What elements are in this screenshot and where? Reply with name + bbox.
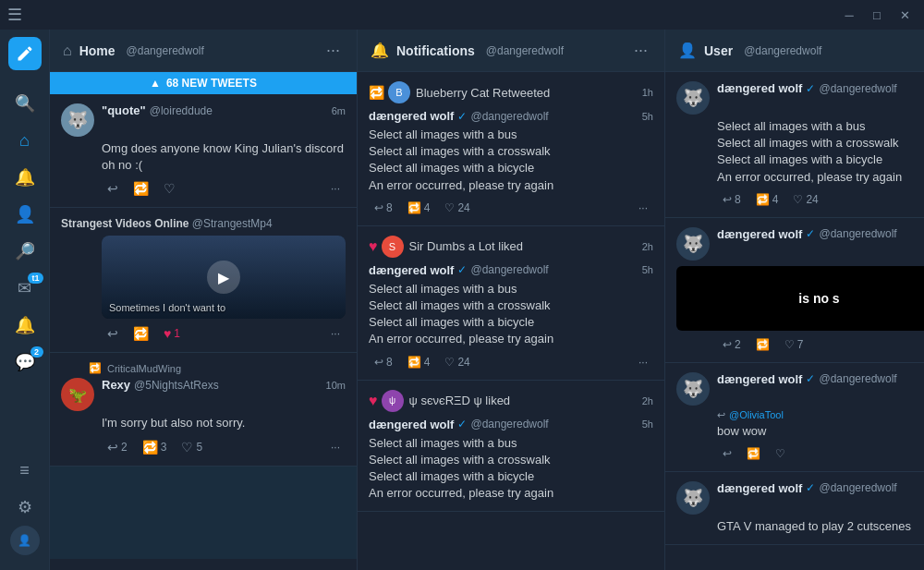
like-count: 24 bbox=[457, 201, 469, 214]
sidebar-avatar[interactable]: 👤 bbox=[10, 526, 40, 555]
minimize-button[interactable]: ─ bbox=[837, 5, 861, 25]
main-layout: 🔍 ⌂ 🔔 👤 🔎 ✉ t1 🔔 💬 2 ≡ ⚙ bbox=[0, 30, 924, 570]
reply-button[interactable]: ↩ 2 bbox=[102, 438, 133, 456]
notifications-header-icon: 🔔 bbox=[371, 42, 389, 59]
retweet-button[interactable]: 🔁 4 bbox=[750, 191, 784, 208]
reply-button[interactable]: ↩ 8 bbox=[369, 354, 398, 370]
more-button[interactable]: ··· bbox=[633, 200, 653, 216]
tweet-actions: ↩ 🔁 ♡ ··· bbox=[102, 179, 346, 198]
more-button[interactable]: ··· bbox=[325, 325, 346, 342]
reply-icon: ↩ bbox=[374, 356, 383, 369]
more-button[interactable]: ··· bbox=[633, 354, 653, 370]
notifications-column-more[interactable]: ··· bbox=[630, 39, 651, 62]
verified-icon: ✓ bbox=[457, 110, 467, 123]
sidebar-item-home[interactable]: ⌂ bbox=[5, 123, 45, 158]
reply-button[interactable]: ↩ 8 bbox=[717, 191, 747, 208]
sidebar-item-lists[interactable]: ≡ bbox=[5, 453, 45, 488]
tweet-author-name: "quote" bbox=[102, 103, 146, 117]
sidebar-item-settings[interactable]: ⚙ bbox=[5, 490, 45, 525]
sidebar-item-search[interactable]: 🔍 bbox=[5, 86, 45, 121]
alert-icon: 🔔 bbox=[15, 315, 35, 335]
retweet-button[interactable]: 🔁 3 bbox=[137, 438, 173, 456]
user-tweet-card[interactable]: 🐺 dængered wolf ✓ @dangeredwolf 1d bbox=[665, 363, 924, 472]
sidebar-item-search2[interactable]: 🔎 bbox=[5, 234, 45, 269]
home-column-more[interactable]: ··· bbox=[322, 39, 344, 62]
tweet-media[interactable]: ▶ Sometimes I don't want to bbox=[102, 236, 346, 319]
reply-button[interactable]: ↩ 2 bbox=[717, 336, 747, 353]
like-button[interactable]: ♡ 24 bbox=[439, 200, 475, 216]
tweet-author-name: dængered wolf bbox=[717, 227, 802, 241]
reply-count: 2 bbox=[735, 338, 741, 351]
tweet-body: bow wow bbox=[717, 423, 924, 440]
user-icon: 👤 bbox=[15, 204, 35, 224]
app-logo[interactable] bbox=[8, 37, 42, 70]
notification-card[interactable]: 🔁 B Blueberry Cat Retweeted 1h dængered … bbox=[358, 72, 664, 226]
like-count: 24 bbox=[806, 193, 818, 206]
menu-icon[interactable]: ☰ bbox=[7, 5, 22, 25]
verified-icon: ✓ bbox=[457, 263, 467, 276]
tweet-time: 6m bbox=[332, 105, 346, 116]
notification-card[interactable]: ♥ S Sir Dumbs a Lot liked 2h dængered wo… bbox=[358, 226, 664, 381]
user-header-icon: 👤 bbox=[678, 42, 697, 59]
retweet-button[interactable]: 🔁 bbox=[128, 179, 154, 198]
like-button[interactable]: ♡ 24 bbox=[787, 191, 823, 208]
tweet-author-handle: @loireddude bbox=[150, 104, 213, 117]
tweet-body: Select all images with a bus Select all … bbox=[369, 127, 653, 194]
reply-button[interactable]: ↩ bbox=[717, 445, 737, 462]
notification-card[interactable]: ♥ ψ ψ ѕєνєRΞD ψ liked 2h dængered wolf ✓… bbox=[358, 381, 664, 513]
reply-button[interactable]: ↩ bbox=[102, 179, 124, 198]
user-column-content: 🐺 dængered wolf ✓ @dangeredwolf 5h bbox=[665, 72, 924, 570]
user-tweet-card[interactable]: 🐺 dængered wolf ✓ @dangeredwolf 1d GTA V… bbox=[665, 472, 924, 545]
reply-icon: ↩ bbox=[717, 409, 725, 421]
retweet-button[interactable]: 🔁 4 bbox=[402, 354, 436, 370]
retweet-count: 4 bbox=[424, 356, 431, 369]
maximize-button[interactable]: □ bbox=[865, 5, 889, 25]
retweet-button[interactable]: 🔁 4 bbox=[402, 200, 436, 216]
avatar-placeholder: 👤 bbox=[18, 534, 31, 547]
close-button[interactable]: ✕ bbox=[893, 5, 917, 25]
sidebar-item-notifications[interactable]: 🔔 bbox=[5, 160, 45, 195]
notif-time: 2h bbox=[642, 395, 653, 406]
dm-badge: 2 bbox=[30, 346, 43, 358]
video-caption: Sometimes I don't want to bbox=[109, 302, 225, 313]
more-button[interactable]: ··· bbox=[325, 439, 346, 455]
heart-icon: ♡ bbox=[164, 181, 176, 196]
reply-button[interactable]: ↩ bbox=[102, 324, 124, 343]
new-tweets-banner[interactable]: ▲ 68 NEW TWEETS bbox=[50, 72, 357, 94]
user-tweet-card[interactable]: 🐺 dængered wolf ✓ @dangeredwolf 5h bbox=[665, 72, 924, 218]
tweet-card[interactable]: Strangest Videos Online @StrangestMp4 ▶ … bbox=[50, 208, 357, 353]
like-button[interactable]: ♥ 1 bbox=[158, 324, 186, 343]
columns-area: ⌂ Home @dangeredwolf ··· ▲ 68 NEW TWEETS… bbox=[50, 30, 924, 570]
tweet-author-handle: @5NightsAtRexs bbox=[134, 379, 219, 392]
like-button[interactable]: ♡ 5 bbox=[176, 438, 208, 456]
reply-icon: ↩ bbox=[107, 326, 118, 341]
reply-button[interactable]: ↩ 8 bbox=[369, 200, 398, 216]
notifications-column-header: 🔔 Notifications @dangeredwolf ··· bbox=[358, 30, 664, 72]
like-button[interactable]: ♡ bbox=[158, 179, 181, 198]
retweet-button[interactable]: 🔁 bbox=[741, 445, 766, 462]
tweet-time: 5h bbox=[642, 418, 653, 430]
notifications-column-title: Notifications bbox=[396, 43, 475, 58]
tweet-author-handle: @dangeredwolf bbox=[470, 263, 548, 276]
sidebar-item-dm[interactable]: 💬 2 bbox=[5, 345, 45, 380]
tweet-author-handle: @dangeredwolf bbox=[470, 110, 548, 123]
tweet-card[interactable]: 🔁 CriticalMudWing 🦖 Rexy @5NightsAtRexs … bbox=[50, 353, 357, 466]
messages-badge: t1 bbox=[28, 273, 43, 284]
more-button[interactable]: ··· bbox=[325, 180, 346, 197]
avatar: 🐺 bbox=[676, 481, 710, 515]
user-tweet-card[interactable]: 🐺 dængered wolf ✓ @dangeredwolf 1d bbox=[665, 218, 924, 363]
retweet-button[interactable]: 🔁 bbox=[128, 324, 154, 343]
verified-icon: ✓ bbox=[806, 82, 815, 95]
sidebar-item-profile[interactable]: 👤 bbox=[5, 197, 45, 232]
tweet-card[interactable]: 🐺 "quote" @loireddude 6m Omg does anyone… bbox=[50, 94, 357, 208]
home-column-subtitle: @dangeredwolf bbox=[127, 44, 204, 57]
like-button[interactable]: ♡ 24 bbox=[439, 354, 475, 370]
retweet-button[interactable]: 🔁 bbox=[750, 336, 775, 353]
like-button[interactable]: ♡ bbox=[770, 445, 791, 462]
sidebar-item-alerts[interactable]: 🔔 bbox=[5, 308, 45, 343]
play-button[interactable]: ▶ bbox=[207, 261, 240, 294]
tweet-actions: ↩ 8 🔁 4 ♡ 24 ··· bbox=[369, 200, 653, 216]
tweet-author-handle: @dangeredwolf bbox=[819, 372, 896, 385]
like-button[interactable]: ♡ 7 bbox=[779, 336, 809, 353]
sidebar-item-messages[interactable]: ✉ t1 bbox=[5, 271, 45, 306]
